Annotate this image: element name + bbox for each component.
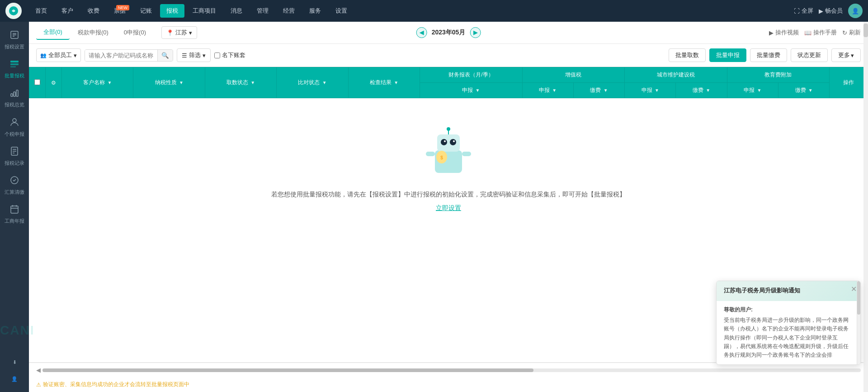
batch-pay-button[interactable]: 批量缴费 — [750, 48, 787, 62]
svg-rect-29 — [426, 152, 435, 156]
prev-date-button[interactable]: ◀ — [416, 27, 427, 38]
nav-tax[interactable]: 报税 — [160, 4, 184, 18]
tax-settings-icon — [9, 30, 19, 42]
sidebar-download[interactable]: ⬇ — [9, 355, 19, 370]
svg-point-11 — [13, 119, 16, 122]
select-all-checkbox[interactable] — [34, 79, 40, 85]
avatar-icon: 👤 — [852, 8, 859, 14]
edu-pay-filter-icon[interactable]: ▼ — [808, 88, 813, 93]
sidebar-item-personal-tax[interactable]: 个税申报 — [0, 113, 29, 142]
settings-icon[interactable]: ⚙ — [51, 80, 56, 86]
operation-manual-btn[interactable]: 📖 操作手册 — [804, 29, 837, 37]
sidebar-item-reconciliation[interactable]: 汇算清缴 — [0, 171, 29, 200]
tab-tax-declaration[interactable]: 税款申报(0) — [71, 26, 116, 39]
city-declare-filter-icon[interactable]: ▼ — [655, 88, 659, 93]
new-badge: NEW — [116, 5, 129, 10]
data-table: ⚙ 客户名称 ▼ 纳税性质 ▼ 取数状态 ▼ 比对状态 — [29, 67, 868, 230]
next-date-button[interactable]: ▶ — [470, 27, 481, 38]
refresh-btn[interactable]: ↻ 刷新 — [842, 29, 861, 37]
col-city-pay: 缴费 ▼ — [676, 83, 727, 98]
sidebar-user[interactable]: 👤 — [9, 372, 19, 387]
vat-declare-filter-icon[interactable]: ▼ — [552, 88, 557, 93]
svg-point-28 — [447, 127, 450, 131]
notification-greeting: 尊敬的用户: — [724, 306, 853, 314]
nav-service[interactable]: 服务 — [303, 4, 327, 18]
financial-declare-filter-icon[interactable]: ▼ — [476, 88, 480, 93]
search-input[interactable] — [85, 50, 157, 61]
col-fetch-status: 取数状态 ▼ — [205, 67, 276, 98]
svg-rect-30 — [462, 152, 471, 156]
vip-button[interactable]: ▶ 畅会员 — [819, 7, 843, 15]
notification-close-button[interactable]: ✕ — [851, 285, 857, 293]
sidebar-item-tax-records[interactable]: 报税记录 — [0, 142, 29, 171]
col-customer-name: 客户名称 ▼ — [62, 67, 133, 98]
operation-video-btn[interactable]: ▶ 操作视频 — [769, 29, 799, 37]
col-comparison-status: 比对状态 ▼ — [277, 67, 348, 98]
location-icon: 📍 — [166, 29, 174, 36]
tax-nature-filter-icon[interactable]: ▼ — [179, 80, 184, 85]
fetch-status-filter-icon[interactable]: ▼ — [250, 80, 255, 85]
nav-bookkeeping[interactable]: 记账 — [134, 4, 158, 18]
col-operations: 操作 — [830, 67, 868, 98]
batch-tax-icon — [9, 59, 19, 71]
svg-rect-5 — [10, 61, 19, 62]
nav-management[interactable]: 管理 — [250, 4, 275, 18]
col-check-result: 检查结果 ▼ — [348, 67, 420, 98]
scroll-left-arrow[interactable]: ◀ — [36, 367, 41, 373]
chevron-down-icon: ▾ — [189, 29, 192, 36]
setup-link[interactable]: 立即设置 — [436, 204, 461, 212]
warning-icon: ⚠ — [36, 382, 41, 388]
svg-rect-22 — [437, 134, 460, 152]
filter-button[interactable]: ☰ 筛选 ▾ — [177, 48, 211, 62]
customer-filter-icon[interactable]: ▼ — [107, 80, 112, 85]
sidebar: 报税设置 批量报税 报税总览 个税申报 报税记录 汇算清缴 工商年报 — [0, 22, 29, 392]
horizontal-scrollbar[interactable] — [42, 368, 861, 372]
nav-right-actions: ⛶ 全屏 ▶ 畅会员 👤 — [794, 4, 863, 18]
nav-settings[interactable]: 设置 — [329, 4, 354, 18]
vat-pay-filter-icon[interactable]: ▼ — [604, 88, 608, 93]
col-vat-pay: 缴费 ▼ — [573, 83, 624, 98]
nav-billing[interactable]: 收费 — [81, 4, 106, 18]
sidebar-item-tax-summary[interactable]: 报税总览 — [0, 83, 29, 112]
page-scrollbar[interactable] — [863, 22, 868, 392]
city-pay-filter-icon[interactable]: ▼ — [706, 88, 710, 93]
comparison-filter-icon[interactable]: ▼ — [322, 80, 327, 85]
reconciliation-icon — [9, 175, 19, 187]
nav-invoice[interactable]: 票据 NEW — [108, 4, 132, 18]
batch-declare-button[interactable]: 批量申报 — [709, 48, 746, 62]
status-update-button[interactable]: 状态更新 — [791, 48, 828, 62]
tabs-group: 全部(0) 税款申报(0) 0申报(0) 📍 江苏 ▾ — [36, 25, 197, 40]
robot-illustration: $ — [421, 125, 476, 180]
region-selector[interactable]: 📍 江苏 ▾ — [161, 26, 197, 39]
nav-operation[interactable]: 经营 — [277, 4, 301, 18]
employee-selector[interactable]: 👥 全部员工 ▾ — [36, 48, 81, 62]
app-logo[interactable] — [5, 3, 22, 19]
sidebar-item-batch-tax[interactable]: 批量报税 — [0, 54, 29, 83]
edu-declare-filter-icon[interactable]: ▼ — [757, 88, 762, 93]
nav-customer[interactable]: 客户 — [55, 4, 80, 18]
user-icon: 👤 — [11, 376, 18, 382]
nav-business[interactable]: 工商项目 — [186, 4, 222, 18]
check-result-filter-icon[interactable]: ▼ — [394, 80, 398, 85]
tab-all[interactable]: 全部(0) — [36, 25, 70, 40]
tab-zero-declaration[interactable]: 0申报(0) — [117, 26, 153, 39]
more-button[interactable]: 更多 ▾ — [831, 48, 861, 62]
search-input-wrap: 🔍 — [85, 49, 173, 62]
search-button[interactable]: 🔍 — [157, 50, 173, 61]
filter-icon: ☰ — [182, 52, 187, 59]
sidebar-item-tax-settings[interactable]: 报税设置 — [0, 25, 29, 54]
nav-message[interactable]: 消息 — [224, 4, 249, 18]
sidebar-bottom: ⬇ 👤 — [9, 355, 19, 392]
batch-fetch-button[interactable]: 批量取数 — [669, 48, 706, 62]
sidebar-item-annual-report[interactable]: 工商年报 — [0, 200, 29, 229]
name-under-checkbox-input[interactable] — [214, 53, 220, 58]
filter-arrow-icon: ▾ — [203, 52, 206, 59]
user-avatar[interactable]: 👤 — [848, 4, 863, 18]
name-under-checkbox[interactable]: 名下账套 — [214, 51, 245, 59]
nav-home[interactable]: 首页 — [29, 4, 53, 18]
fullscreen-button[interactable]: ⛶ 全屏 — [794, 7, 813, 15]
col-financial-report: 财务报表（月/季） — [420, 67, 522, 83]
notification-scrollbar[interactable] — [857, 281, 860, 364]
current-date: 2023年05月 — [432, 29, 466, 37]
video-icon: ▶ — [769, 29, 774, 36]
